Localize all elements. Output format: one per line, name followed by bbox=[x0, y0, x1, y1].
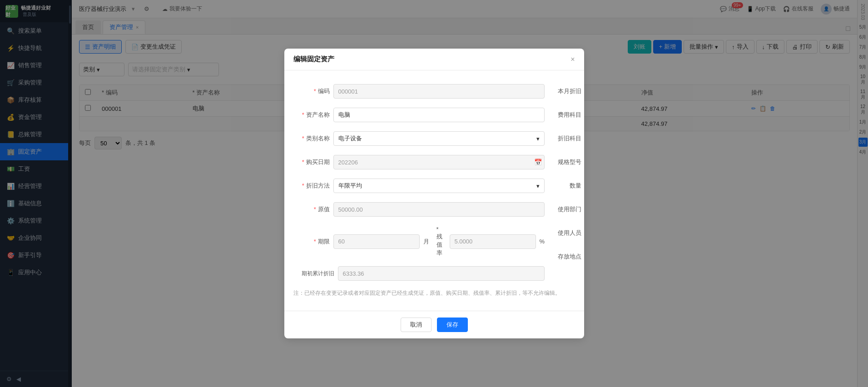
form-row-period: 期限 月 * 残值率 % bbox=[293, 221, 545, 262]
period-unit: 月 bbox=[423, 238, 429, 246]
residual-rate-unit: % bbox=[540, 238, 545, 245]
dep-method-value: 年限平均 bbox=[338, 182, 362, 190]
expense-account-label: 费用科目 bbox=[545, 111, 581, 119]
purchase-date-input[interactable] bbox=[333, 155, 545, 169]
form-row-code: 编码 bbox=[293, 79, 545, 103]
spec-label: 规格型号 bbox=[545, 158, 581, 166]
period-input[interactable] bbox=[333, 234, 420, 249]
form-row-dep-account: 折旧科目 累计折旧 ▾ bbox=[545, 127, 584, 150]
monthly-dep-label: 本月折旧 bbox=[545, 87, 581, 95]
modal-close-btn[interactable]: × bbox=[570, 55, 575, 64]
category-select[interactable]: 电子设备 ▾ bbox=[333, 131, 545, 146]
code-input[interactable] bbox=[333, 84, 545, 99]
period-label: 期限 bbox=[293, 238, 330, 246]
dep-method-label: 折旧方法 bbox=[293, 182, 330, 190]
purchase-date-label: 购买日期 bbox=[293, 158, 330, 166]
modal-overlay: 编辑固定资产 × 编码 资产名称 bbox=[0, 0, 868, 387]
cancel-button[interactable]: 取消 bbox=[401, 318, 432, 332]
department-label: 使用部门 bbox=[545, 205, 581, 213]
cancel-label: 取消 bbox=[410, 321, 422, 329]
modal-footer: 取消 保存 bbox=[284, 311, 584, 338]
category-value: 电子设备 bbox=[338, 134, 362, 143]
save-button[interactable]: 保存 bbox=[437, 318, 468, 332]
form-row-category: 类别名称 电子设备 ▾ bbox=[293, 127, 545, 150]
form-row-monthly-dep: 本月折旧 bbox=[545, 79, 584, 103]
form-row-expense-account: 费用科目 管理费用_固定资产折旧 ▾ bbox=[545, 103, 584, 127]
form-left-col: 编码 资产名称 类别名称 电子设备 ▾ bbox=[293, 79, 545, 285]
initial-accum-input[interactable] bbox=[338, 266, 545, 281]
original-value-label: 原值 bbox=[293, 205, 330, 213]
form-right-col: 本月折旧 费用科目 管理费用_固定资产折旧 ▾ 折旧科目 bbox=[545, 79, 584, 285]
purchase-date-input-wrap: 📅 bbox=[333, 155, 545, 169]
modal-note: 注：已经存在变更记录或者对应固定资产已经生成凭证，原值、购买日期、残值率、累计折… bbox=[293, 285, 575, 301]
form-row-name: 资产名称 bbox=[293, 103, 545, 127]
location-label: 存放地点 bbox=[545, 253, 581, 261]
quantity-label: 数量 bbox=[545, 182, 581, 190]
category-label: 类别名称 bbox=[293, 134, 330, 143]
form-row-spec: 规格型号 bbox=[545, 150, 584, 174]
modal-header: 编辑固定资产 × bbox=[284, 49, 584, 70]
calendar-icon[interactable]: 📅 bbox=[534, 159, 542, 166]
form-row-purchase-date: 购买日期 📅 bbox=[293, 150, 545, 174]
person-label: 使用人员 bbox=[545, 229, 581, 237]
original-value-input[interactable] bbox=[333, 202, 545, 217]
form-row-original-value: 原值 bbox=[293, 198, 545, 221]
form-row-dep-method: 折旧方法 年限平均 ▾ bbox=[293, 174, 545, 198]
dep-method-dropdown-icon: ▾ bbox=[536, 183, 540, 189]
name-input[interactable] bbox=[333, 108, 545, 122]
save-label: 保存 bbox=[446, 321, 458, 329]
dep-account-label: 折旧科目 bbox=[545, 134, 581, 143]
form-row-quantity: 数量 bbox=[545, 174, 584, 198]
dep-method-select[interactable]: 年限平均 ▾ bbox=[333, 179, 545, 193]
initial-accum-label: 期初累计折旧 bbox=[293, 270, 334, 278]
modal-title: 编辑固定资产 bbox=[293, 55, 334, 64]
modal-body: 编码 资产名称 类别名称 电子设备 ▾ bbox=[284, 70, 584, 310]
name-label: 资产名称 bbox=[293, 111, 330, 119]
code-label: 编码 bbox=[293, 87, 330, 95]
form-row-location: 存放地点 bbox=[545, 245, 584, 268]
category-dropdown-icon: ▾ bbox=[536, 135, 540, 142]
residual-rate-input[interactable] bbox=[450, 234, 536, 249]
form-row-person: 使用人员 请选择人员 ▾ bbox=[545, 221, 584, 245]
form-row-initial-accum: 期初累计折旧 bbox=[293, 262, 545, 285]
residual-rate-label-inline: * 残值率 bbox=[436, 226, 442, 257]
edit-asset-modal: 编辑固定资产 × 编码 资产名称 bbox=[284, 49, 584, 338]
form-row-department: 使用部门 请选择部门 ▾ bbox=[545, 198, 584, 221]
